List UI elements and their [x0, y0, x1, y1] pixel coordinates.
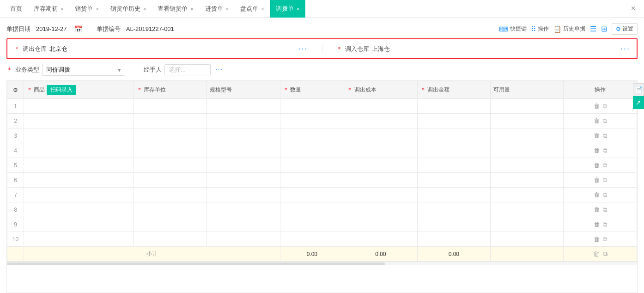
- delete-icon-1[interactable]: 🗑: [594, 103, 600, 110]
- row-cost-4[interactable]: [344, 143, 417, 158]
- handler-more[interactable]: ···: [215, 66, 223, 74]
- delete-icon-4[interactable]: 🗑: [594, 147, 600, 154]
- row-avail-9[interactable]: [491, 217, 564, 232]
- copy-icon-9[interactable]: ⧉: [603, 221, 607, 228]
- window-close-button[interactable]: ×: [627, 4, 639, 13]
- row-avail-10[interactable]: [491, 232, 564, 247]
- tab-sales-order[interactable]: 销货单 ×: [69, 0, 104, 18]
- delete-icon-10[interactable]: 🗑: [594, 236, 600, 243]
- tab-sales-history[interactable]: 销货单历史 ×: [105, 0, 152, 18]
- delete-icon-5[interactable]: 🗑: [594, 162, 600, 169]
- row-cost-6[interactable]: [344, 173, 417, 188]
- operation-action[interactable]: ⠿ 操作: [531, 25, 549, 33]
- copy-icon-6[interactable]: ⧉: [603, 177, 607, 184]
- delete-icon-2[interactable]: 🗑: [594, 117, 600, 124]
- sidebar-external-button[interactable]: ↗: [633, 96, 644, 109]
- row-qty-7[interactable]: [280, 188, 344, 202]
- row-spec-7[interactable]: [207, 188, 280, 202]
- row-qty-8[interactable]: [280, 202, 344, 217]
- row-amount-7[interactable]: [417, 188, 490, 202]
- business-type-select[interactable]: 同价调拨 ▾: [42, 64, 125, 76]
- tab-close-inventory-check[interactable]: ×: [261, 6, 264, 12]
- row-product-3[interactable]: [24, 128, 134, 143]
- copy-icon-4[interactable]: ⧉: [603, 147, 607, 154]
- row-cost-7[interactable]: [344, 188, 417, 202]
- from-warehouse-value[interactable]: 北京仓: [49, 45, 67, 53]
- row-product-10[interactable]: [24, 232, 134, 247]
- row-product-2[interactable]: [24, 114, 134, 128]
- row-cost-5[interactable]: [344, 158, 417, 173]
- tab-transfer[interactable]: 调拨单 ×: [270, 0, 305, 18]
- row-cost-1[interactable]: [344, 99, 417, 114]
- copy-icon-2[interactable]: ⧉: [603, 117, 607, 125]
- row-cost-9[interactable]: [344, 217, 417, 232]
- row-cost-3[interactable]: [344, 128, 417, 143]
- subtotal-delete-icon[interactable]: 🗑: [593, 250, 600, 257]
- tab-home[interactable]: 首页: [5, 0, 28, 18]
- settings-button[interactable]: ⚙ 设置: [612, 23, 638, 35]
- row-amount-5[interactable]: [417, 158, 490, 173]
- copy-icon-7[interactable]: ⧉: [603, 191, 607, 199]
- row-spec-10[interactable]: [207, 232, 280, 247]
- row-amount-4[interactable]: [417, 143, 490, 158]
- row-unit-6[interactable]: [134, 173, 207, 188]
- row-amount-3[interactable]: [417, 128, 490, 143]
- tab-close-sales-history[interactable]: ×: [143, 6, 146, 12]
- row-unit-9[interactable]: [134, 217, 207, 232]
- row-qty-6[interactable]: [280, 173, 344, 188]
- row-avail-8[interactable]: [491, 202, 564, 217]
- tab-purchase-order[interactable]: 进货单 ×: [200, 0, 235, 18]
- row-unit-7[interactable]: [134, 188, 207, 202]
- delete-icon-8[interactable]: 🗑: [594, 206, 600, 213]
- horizontal-scrollbar[interactable]: [7, 262, 637, 265]
- tab-close-view-sales[interactable]: ×: [190, 6, 193, 12]
- from-warehouse-more[interactable]: ···: [298, 44, 308, 54]
- calendar-icon[interactable]: 📅: [74, 25, 82, 33]
- copy-icon-5[interactable]: ⧉: [603, 162, 607, 169]
- row-qty-5[interactable]: [280, 158, 344, 173]
- delete-icon-3[interactable]: 🗑: [594, 132, 600, 139]
- row-cost-8[interactable]: [344, 202, 417, 217]
- row-qty-2[interactable]: [280, 114, 344, 128]
- row-cost-10[interactable]: [344, 232, 417, 247]
- row-product-1[interactable]: [24, 99, 134, 114]
- row-amount-9[interactable]: [417, 217, 490, 232]
- scan-button[interactable]: 扫码录入: [47, 85, 76, 95]
- row-qty-3[interactable]: [280, 128, 344, 143]
- to-warehouse-more[interactable]: ···: [620, 44, 630, 54]
- row-avail-3[interactable]: [491, 128, 564, 143]
- row-qty-9[interactable]: [280, 217, 344, 232]
- row-unit-1[interactable]: [134, 99, 207, 114]
- row-spec-2[interactable]: [207, 114, 280, 128]
- row-unit-4[interactable]: [134, 143, 207, 158]
- th-gear[interactable]: ⚙: [7, 81, 24, 99]
- row-avail-4[interactable]: [491, 143, 564, 158]
- row-spec-1[interactable]: [207, 99, 280, 114]
- tab-inventory-init[interactable]: 库存期初 ×: [28, 0, 69, 18]
- delete-icon-6[interactable]: 🗑: [594, 177, 600, 183]
- tab-inventory-check[interactable]: 盘点单 ×: [235, 0, 270, 18]
- row-qty-1[interactable]: [280, 99, 344, 114]
- delete-icon-9[interactable]: 🗑: [594, 221, 600, 228]
- row-spec-3[interactable]: [207, 128, 280, 143]
- row-avail-7[interactable]: [491, 188, 564, 202]
- tab-close-sales-order[interactable]: ×: [96, 6, 98, 12]
- tab-close-inventory-init[interactable]: ×: [61, 6, 63, 12]
- row-product-9[interactable]: [24, 217, 134, 232]
- row-amount-10[interactable]: [417, 232, 490, 247]
- row-avail-1[interactable]: [491, 99, 564, 114]
- sidebar-document-button[interactable]: 📄: [633, 83, 644, 96]
- handler-placeholder[interactable]: 选择...: [164, 64, 211, 75]
- row-unit-3[interactable]: [134, 128, 207, 143]
- row-spec-9[interactable]: [207, 217, 280, 232]
- delete-icon-7[interactable]: 🗑: [594, 191, 600, 198]
- grid-action[interactable]: ⊞: [601, 24, 607, 33]
- row-avail-2[interactable]: [491, 114, 564, 128]
- row-unit-2[interactable]: [134, 114, 207, 128]
- subtotal-copy-icon[interactable]: ⧉: [603, 250, 608, 258]
- copy-icon-10[interactable]: ⧉: [603, 236, 607, 243]
- row-avail-6[interactable]: [491, 173, 564, 188]
- row-product-4[interactable]: [24, 143, 134, 158]
- shortcut-action[interactable]: ⌨ 快捷键: [499, 25, 527, 33]
- row-avail-5[interactable]: [491, 158, 564, 173]
